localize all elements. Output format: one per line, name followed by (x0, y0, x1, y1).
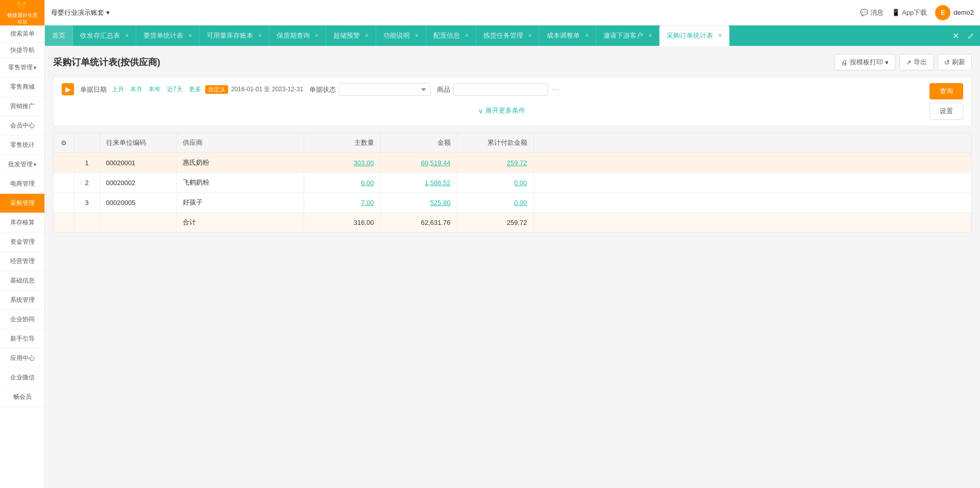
row-paid[interactable]: 0.00 (457, 173, 533, 193)
date-filter: 单据日期 上月 本月 本年 近7天 更多 自定义 2016-01-01 至 20… (80, 84, 303, 95)
sidebar-item-member-center[interactable]: 会员中心 (0, 116, 44, 136)
tab-close-icon[interactable]: × (585, 32, 589, 39)
date-this-year[interactable]: 本年 (146, 84, 163, 95)
row-paid[interactable]: 259.72 (457, 153, 533, 173)
avatar: E (935, 5, 950, 20)
tab-label: 拣货任务管理 (483, 31, 523, 40)
app-download-btn[interactable]: 📱 App下载 (892, 8, 927, 17)
tab-invite-downstream[interactable]: 邀请下游客户× (596, 25, 659, 46)
sidebar-item-wholesale-mgmt[interactable]: 批发管理▾ (0, 155, 44, 174)
tab-inventory-book[interactable]: 可用量库存账本× (200, 25, 270, 46)
filter-top-row: ▶ 单据日期 上月 本月 本年 近7天 更多 自定义 (62, 83, 963, 120)
tab-close-icon[interactable]: × (648, 32, 652, 39)
sidebar-label: 系统管理 (10, 296, 35, 304)
row-supplier: 好孩子 (176, 193, 304, 213)
sidebar-item-basic-info[interactable]: 基础信息 (0, 271, 44, 291)
tab-shelf-life[interactable]: 保质期查询× (270, 25, 326, 46)
footer-index (74, 213, 100, 233)
page-title: 采购订单统计表(按供应商) (53, 56, 160, 68)
user-menu[interactable]: E demo2 (935, 5, 974, 20)
tab-close-icon[interactable]: × (125, 32, 129, 39)
date-7days[interactable]: 近7天 (165, 84, 185, 95)
row-amount[interactable]: 60,519.44 (380, 153, 457, 173)
tab-close-icon[interactable]: × (415, 32, 419, 39)
footer-total-label: 合计 (176, 213, 304, 233)
filter-expand-btn[interactable]: ▶ (62, 83, 74, 95)
tab-close-icon[interactable]: × (365, 32, 369, 39)
tab-close-icon[interactable]: × (188, 32, 192, 39)
tab-overstock[interactable]: 超储预警× (326, 25, 376, 46)
app-name: 畅捷通好生意 (7, 12, 38, 18)
tab-label: 邀请下游客户 (603, 31, 643, 40)
row-qty[interactable]: 6.00 (304, 173, 380, 193)
sidebar-label: 营销推广 (10, 102, 35, 111)
th-supplier: 供应商 (176, 133, 304, 153)
sidebar-item-marketing[interactable]: 营销推广 (0, 97, 44, 116)
sidebar-label: 会员中心 (10, 121, 35, 130)
tab-config-info[interactable]: 配置信息× (426, 25, 476, 46)
tab-function-desc[interactable]: 功能说明× (376, 25, 426, 46)
date-this-month[interactable]: 本月 (128, 84, 144, 95)
table-footer-row: 合计 316.00 62,631.76 259.72 (54, 213, 971, 233)
sidebar-item-purchase-mgmt[interactable]: 采购管理 (0, 194, 44, 213)
sidebar-item-new-guide[interactable]: 新手引导 (0, 329, 44, 349)
sidebar-item-operations[interactable]: 经营管理 (0, 252, 44, 271)
goods-more-icon[interactable]: ··· (551, 84, 559, 95)
expand-more-btn[interactable]: ∨ 展开更多条件 (80, 104, 923, 117)
row-qty[interactable]: 7.00 (304, 193, 380, 213)
tab-receipt-summary[interactable]: 收发存汇总表× (73, 25, 136, 46)
sidebar-item-member[interactable]: 畅会员 (0, 388, 44, 407)
sidebar-item-ecommerce[interactable]: 电商管理 (0, 174, 44, 194)
tab-label: 首页 (52, 31, 65, 40)
tab-close-icon[interactable]: × (528, 32, 532, 39)
expand-tab-btn[interactable]: ⤢ (965, 29, 976, 43)
sidebar-item-enterprise-wechat[interactable]: 企业微信 (0, 368, 44, 388)
date-shortcuts: 上月 本月 本年 近7天 更多 自定义 (110, 84, 228, 95)
sidebar-item-retail-shop[interactable]: 零售商城 (0, 78, 44, 97)
filter-panel: ▶ 单据日期 上月 本月 本年 近7天 更多 自定义 (53, 76, 972, 126)
tab-purchase-summary[interactable]: 要货单统计表× (136, 25, 200, 46)
topbar-right: 💬 消息 📱 App下载 E demo2 (860, 5, 974, 20)
sidebar-item-search[interactable]: 搜索菜单 (0, 25, 44, 43)
export-btn[interactable]: ↗ 导出 (899, 54, 934, 70)
close-tab-btn[interactable]: ✕ (950, 29, 961, 43)
app-version: 标版 (17, 18, 28, 25)
th-gear[interactable]: ⚙ (54, 133, 74, 153)
message-btn[interactable]: 💬 消息 (860, 8, 884, 17)
sidebar-item-quick-nav[interactable]: 快捷导航 (0, 43, 44, 58)
date-last-month[interactable]: 上月 (110, 84, 126, 95)
sidebar-item-retail-mgmt[interactable]: 零售管理▾ (0, 58, 44, 78)
row-paid[interactable]: 0.00 (457, 193, 533, 213)
template-print-btn[interactable]: 🖨 按模板打印 ▾ (835, 54, 895, 70)
tab-label: 要货单统计表 (143, 31, 183, 40)
tab-purchase-order-summary[interactable]: 采购订单统计表× (659, 25, 729, 46)
page-header: 采购订单统计表(按供应商) 🖨 按模板打印 ▾ ↗ 导出 ↺ 刷新 (53, 54, 972, 70)
sidebar-item-inventory[interactable]: 库存核算 (0, 213, 44, 233)
sidebar-item-retail-stats[interactable]: 零售统计 (0, 136, 44, 155)
row-empty (533, 173, 971, 193)
sidebar-item-app-center[interactable]: 应用中心 (0, 349, 44, 368)
tab-close-icon[interactable]: × (258, 32, 262, 39)
tab-close-icon[interactable]: × (315, 32, 318, 39)
account-selector[interactable]: 母婴行业演示账套 ▾ (51, 8, 110, 17)
sidebar-item-enterprise-collab[interactable]: 企业协同 (0, 310, 44, 329)
goods-input[interactable] (453, 83, 548, 96)
tab-close-icon[interactable]: × (465, 32, 469, 39)
query-btn[interactable]: 查询 (929, 83, 963, 99)
sidebar-item-finance[interactable]: 资金管理 (0, 233, 44, 252)
message-icon: 💬 (860, 9, 868, 16)
settings-btn[interactable]: 设置 (929, 102, 963, 120)
refresh-btn[interactable]: ↺ 刷新 (938, 54, 972, 70)
tab-pick-task[interactable]: 拣货任务管理× (476, 25, 540, 46)
row-amount[interactable]: 525.80 (380, 193, 457, 213)
tab-close-icon[interactable]: × (718, 32, 722, 39)
date-more[interactable]: 更多 (187, 84, 203, 95)
sidebar-item-system-mgmt[interactable]: 系统管理 (0, 291, 44, 310)
tab-home[interactable]: 首页 (45, 25, 73, 46)
expand-arrow-icon: ▾ (34, 162, 36, 167)
row-amount[interactable]: 1,586.52 (380, 173, 457, 193)
status-select[interactable] (339, 83, 431, 96)
tab-cost-adjust[interactable]: 成本调整单× (540, 25, 596, 46)
tab-label: 功能说明 (383, 31, 410, 40)
row-qty[interactable]: 303.00 (304, 153, 380, 173)
